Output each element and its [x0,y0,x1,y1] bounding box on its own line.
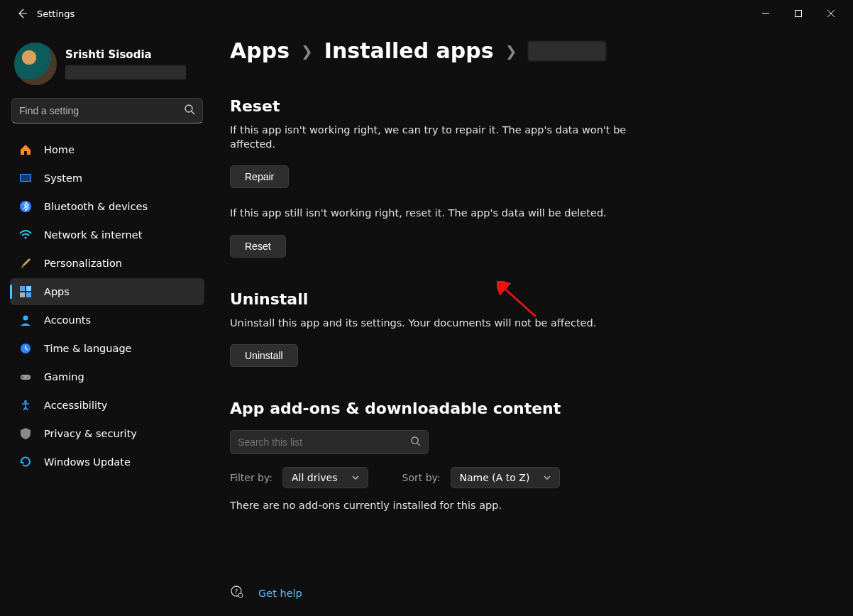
uninstall-description: Uninstall this app and its settings. You… [230,317,627,331]
crumb-app-redacted [528,41,606,61]
nav-item-bluetooth[interactable]: Bluetooth & devices [10,193,204,220]
svg-point-14 [27,377,28,378]
nav-item-home[interactable]: Home [10,136,204,163]
reset-button[interactable]: Reset [230,235,286,258]
nav-label: Windows Update [44,456,131,468]
clock-icon [18,341,33,356]
svg-point-11 [23,316,28,321]
nav-label: Bluetooth & devices [44,201,148,212]
addons-search[interactable] [230,430,429,454]
search-icon [184,104,195,118]
maximize-button[interactable] [782,2,815,25]
wifi-icon [18,228,33,242]
nav-label: Privacy & security [44,428,137,439]
nav-item-update[interactable]: Windows Update [10,449,204,475]
nav-item-privacy[interactable]: Privacy & security [10,420,204,447]
svg-point-19 [238,593,243,598]
reset-heading: Reset [230,97,825,115]
back-icon[interactable] [16,7,28,20]
brush-icon [18,256,33,270]
breadcrumb: Apps ❯ Installed apps ❯ [230,38,825,63]
svg-point-16 [412,437,418,444]
search-icon [410,436,421,449]
svg-point-1 [185,105,192,112]
user-block[interactable]: Srishti Sisodia [10,38,204,95]
accessibility-icon [18,398,33,412]
svg-text:?: ? [235,588,238,595]
sort-label: Sort by: [402,472,441,483]
filter-value: All drives [292,472,338,483]
svg-rect-10 [26,292,31,297]
nav-list: Home System Bluetooth & devices Network … [10,136,204,475]
svg-rect-0 [796,11,802,17]
home-icon [18,143,33,157]
gaming-icon [18,370,33,384]
search-input[interactable] [19,105,184,116]
uninstall-heading: Uninstall [230,290,825,308]
filter-label: Filter by: [230,472,273,483]
bluetooth-icon [18,199,33,214]
nav-label: Accessibility [44,400,107,411]
nav-item-personalization[interactable]: Personalization [10,250,204,277]
update-icon [18,455,33,469]
chevron-down-icon [544,472,551,483]
nav-item-gaming[interactable]: Gaming [10,363,204,390]
addons-empty-message: There are no add-ons currently installed… [230,500,825,511]
sidebar: Srishti Sisodia Home System Bluetooth & … [0,27,213,616]
nav-label: Home [44,144,75,155]
repair-description: If this app isn't working right, we can … [230,123,627,151]
system-icon [18,171,33,185]
nav-label: System [44,172,82,184]
filter-dropdown[interactable]: All drives [282,467,368,488]
nav-item-system[interactable]: System [10,165,204,192]
get-help-link[interactable]: Get help [258,588,302,599]
nav-item-accounts[interactable]: Accounts [10,307,204,334]
sort-dropdown[interactable]: Name (A to Z) [451,467,561,488]
nav-label: Apps [44,286,70,297]
minimize-button[interactable] [749,2,782,25]
help-row: ? Get help [230,585,302,602]
person-icon [18,313,33,327]
nav-label: Accounts [44,314,91,326]
svg-rect-3 [21,175,31,181]
addons-search-input[interactable] [238,436,410,448]
nav-label: Time & language [44,343,132,354]
nav-label: Network & internet [44,229,142,241]
svg-rect-7 [20,286,25,291]
chevron-right-icon: ❯ [505,43,517,60]
repair-button[interactable]: Repair [230,165,289,188]
nav-item-accessibility[interactable]: Accessibility [10,392,204,419]
nav-item-time[interactable]: Time & language [10,335,204,362]
shield-icon [18,427,33,441]
titlebar: Settings [0,0,853,27]
chevron-down-icon [352,472,359,483]
nav-item-apps[interactable]: Apps [10,278,204,305]
window-title: Settings [37,9,75,19]
reset-description: If this app still isn't working right, r… [230,207,627,221]
user-email-redacted [65,65,186,79]
sort-value: Name (A to Z) [460,472,530,483]
help-icon: ? [230,585,244,602]
settings-search[interactable] [11,98,203,123]
avatar [14,43,57,85]
svg-point-5 [25,237,27,239]
uninstall-button[interactable]: Uninstall [230,344,298,367]
chevron-right-icon: ❯ [301,43,313,60]
svg-rect-8 [26,286,31,291]
crumb-installed-apps[interactable]: Installed apps [324,38,494,63]
svg-rect-6 [21,267,23,268]
user-name: Srishti Sisodia [65,48,186,61]
crumb-apps[interactable]: Apps [230,38,290,63]
apps-icon [18,285,33,299]
close-button[interactable] [815,2,847,25]
nav-label: Gaming [44,371,84,383]
svg-rect-9 [20,292,25,297]
svg-point-15 [24,400,27,403]
nav-label: Personalization [44,258,122,269]
nav-item-network[interactable]: Network & internet [10,221,204,248]
addons-heading: App add-ons & downloadable content [230,400,825,417]
main-content: Apps ❯ Installed apps ❯ Reset If this ap… [213,27,853,616]
